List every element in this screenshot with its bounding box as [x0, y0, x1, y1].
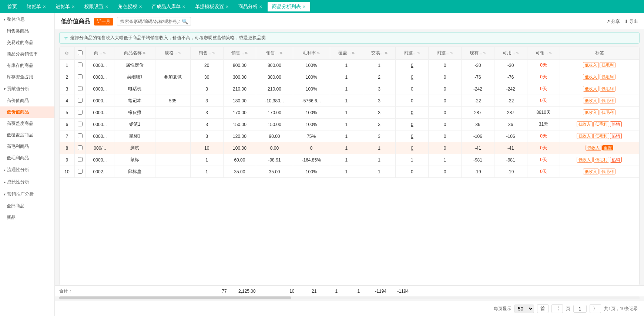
browse1-link[interactable]: 0 [411, 134, 413, 139]
browse1-link[interactable]: 0 [411, 122, 413, 127]
row-checkbox[interactable] [78, 169, 83, 174]
row-browse1: 1 [396, 154, 429, 166]
nav-role-auth-close[interactable]: ✕ [139, 4, 142, 9]
row-sales2: 300.00 [223, 71, 256, 83]
sidebar-group-marketing[interactable]: ▾ 营销推广分析 [0, 188, 54, 200]
row-checkbox[interactable] [78, 145, 83, 150]
th-profit-rate[interactable]: 毛利率⇅ [293, 47, 330, 60]
th-browse1[interactable]: 浏览...⇅ [396, 47, 429, 60]
sidebar-group-contribution[interactable]: ▾ 贡献值分析 [0, 83, 54, 95]
row-profit-rate: 100% [293, 107, 330, 119]
sidebar-item-low-profit[interactable]: 低毛利商品 [0, 152, 54, 164]
settings-icon[interactable]: ⚙ [65, 51, 69, 56]
nav-product-inbound[interactable]: 产成品入库单 ✕ [147, 2, 190, 11]
prev-page-button[interactable]: 〈 [551, 304, 563, 313]
first-page-button[interactable]: 首 [537, 304, 549, 313]
sidebar-item-all-goods[interactable]: 全部商品 [0, 200, 54, 212]
export-button[interactable]: ⬇ 导出 [624, 18, 638, 25]
row-browse1: 0 [396, 166, 429, 178]
sidebar-item-low-value[interactable]: 低价值商品 [0, 106, 54, 118]
nav-purchase-order-close[interactable]: ✕ [71, 4, 75, 9]
th-stock1[interactable]: 现有...⇅ [462, 47, 494, 60]
nav-permissions-close[interactable]: ✕ [105, 4, 108, 9]
row-checkbox[interactable] [78, 157, 83, 162]
total-stock2: -1194 [392, 289, 414, 294]
sidebar-item-traded-goods[interactable]: 交易过的商品 [0, 37, 54, 48]
search-icon[interactable]: 🔍 [182, 18, 188, 24]
browse1-link[interactable]: 0 [411, 98, 413, 103]
browse1-link[interactable]: 0 [411, 146, 413, 151]
row-days: 0天 [527, 60, 560, 71]
share-button[interactable]: ↗ 分享 [606, 18, 620, 25]
th-coverage[interactable]: 覆盖...⇅ [330, 47, 363, 60]
sidebar-group-circulation[interactable]: ▸ 流通性分析 [0, 164, 54, 176]
browse1-link[interactable]: 0 [411, 75, 413, 80]
nav-purchase-order[interactable]: 进货单 ✕ [51, 2, 79, 11]
th-sales2[interactable]: 销售...⇅ [223, 47, 256, 60]
sidebar-group-growth[interactable]: ▸ 成长性分析 [0, 176, 54, 188]
sidebar-item-high-coverage[interactable]: 高覆盖度商品 [0, 118, 54, 129]
th-browse2[interactable]: 浏览...⇅ [429, 47, 462, 60]
sidebar-item-sales-goods[interactable]: 销售类商品 [0, 26, 54, 37]
nav-template-settings-close[interactable]: ✕ [225, 4, 229, 9]
scrollbar-thumb[interactable] [59, 296, 291, 299]
nav-template-settings[interactable]: 单据模板设置 ✕ [191, 2, 233, 11]
th-name[interactable]: 商品名称⇅ [114, 47, 155, 60]
row-checkbox[interactable] [78, 74, 83, 79]
nav-sales-order-close[interactable]: ✕ [43, 4, 46, 9]
select-all-checkbox[interactable] [78, 50, 83, 55]
row-checkbox[interactable] [78, 98, 83, 103]
browse1-link[interactable]: 0 [411, 110, 413, 115]
sidebar-item-stock-capital[interactable]: 库存资金占用 [0, 71, 54, 83]
th-tags[interactable]: 标签 [560, 47, 639, 60]
nav-role-auth[interactable]: 角色授权 ✕ [114, 2, 147, 11]
sidebar-item-new-goods[interactable]: 新品 [0, 212, 54, 223]
nav-sales-order[interactable]: 销货单 ✕ [22, 2, 50, 11]
row-checkbox[interactable] [78, 86, 83, 91]
search-input[interactable] [117, 17, 191, 26]
th-sales3[interactable]: 销售...⇅ [256, 47, 293, 60]
browse1-link[interactable]: 1 [411, 157, 413, 163]
sidebar-item-low-coverage[interactable]: 低覆盖度商品 [0, 129, 54, 141]
nav-goods-analysis-close[interactable]: ✕ [259, 4, 262, 9]
row-num: 4 [60, 95, 74, 107]
next-page-button[interactable]: 〉 [590, 304, 601, 313]
sidebar-group-overall[interactable]: ▾ 整体信息 [0, 13, 54, 26]
browse1-link[interactable]: 0 [411, 86, 413, 92]
row-checkbox[interactable] [78, 62, 83, 67]
sidebar-item-high-value[interactable]: 高价值商品 [0, 95, 54, 106]
row-days: 0天 [527, 83, 560, 95]
row-code: 0000... [85, 83, 114, 95]
nav-goods-analysis-list-close[interactable]: ✕ [302, 4, 306, 9]
row-checkbox[interactable] [78, 133, 83, 138]
per-page-select[interactable]: 50 100 200 [514, 305, 534, 313]
row-browse1: 0 [396, 130, 429, 142]
row-stock1: -22 [462, 95, 494, 107]
th-settings[interactable]: ⚙ [60, 47, 74, 60]
nav-goods-analysis[interactable]: 商品分析 ✕ [234, 2, 267, 11]
sidebar-item-high-profit[interactable]: 高毛利商品 [0, 141, 54, 152]
sidebar-item-category-sales-rate[interactable]: 商品分类销售率 [0, 48, 54, 60]
th-stock2[interactable]: 可用...⇅ [494, 47, 527, 60]
browse1-link[interactable]: 0 [411, 169, 413, 174]
row-tags: 低收入低毛利 [560, 83, 639, 95]
th-trade[interactable]: 交易...⇅ [363, 47, 396, 60]
th-spec[interactable]: 规格...⇅ [155, 47, 190, 60]
nav-product-inbound-close[interactable]: ✕ [182, 4, 185, 9]
row-spec: 535 [155, 95, 190, 107]
period-button[interactable]: 近一月 [94, 18, 113, 26]
row-checkbox[interactable] [78, 122, 83, 126]
browse1-link[interactable]: 0 [411, 63, 413, 68]
page-input[interactable] [573, 305, 587, 313]
th-sales1[interactable]: 销售...⇅ [190, 47, 223, 60]
row-tags: 低收入低毛利热销 [560, 154, 639, 166]
th-sellable[interactable]: 可销...⇅ [527, 47, 560, 60]
nav-goods-analysis-list[interactable]: 商品分析列表 ✕ [268, 2, 310, 11]
nav-permissions[interactable]: 权限设置 ✕ [80, 2, 113, 11]
nav-home[interactable]: 首页 [3, 2, 21, 11]
row-checkbox[interactable] [78, 110, 83, 115]
row-spec [155, 107, 190, 119]
sidebar-item-stock-goods[interactable]: 有库存的商品 [0, 60, 54, 71]
horizontal-scrollbar[interactable] [59, 296, 640, 299]
th-code[interactable]: 商...⇅ [85, 47, 114, 60]
